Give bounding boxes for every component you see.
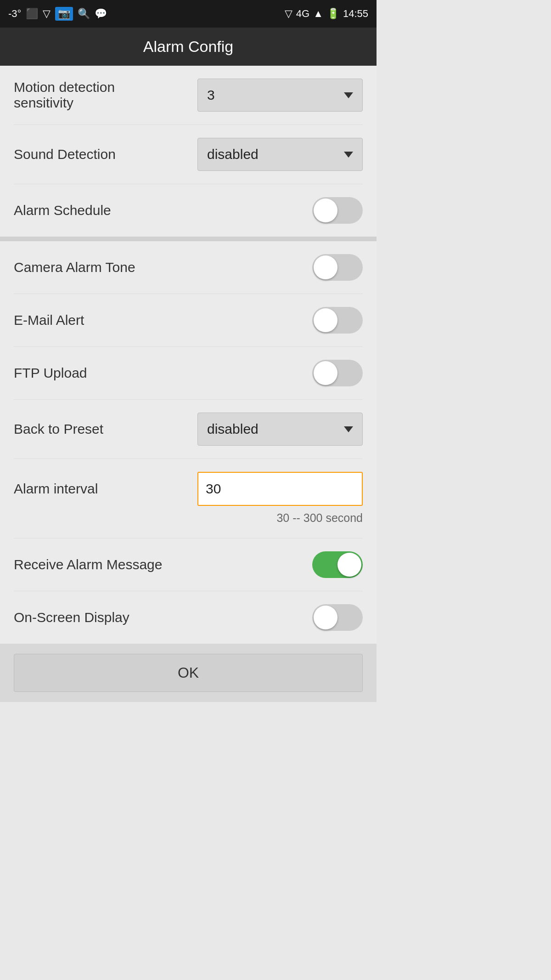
on-screen-display-knob — [314, 606, 337, 629]
camera-alarm-tone-row: Camera Alarm Tone — [14, 241, 363, 294]
alarm-interval-row: Alarm interval 30 -- 300 second — [14, 459, 363, 538]
email-alert-toggle[interactable] — [312, 307, 363, 334]
page-header: Alarm Config — [0, 28, 377, 66]
email-alert-label: E-Mail Alert — [14, 312, 84, 328]
alarm-interval-hint: 30 -- 300 second — [276, 511, 363, 529]
alarm-interval-label: Alarm interval — [14, 481, 98, 497]
ok-button[interactable]: OK — [14, 654, 363, 692]
page-title: Alarm Config — [143, 38, 234, 55]
sound-detection-row: Sound Detection disabled — [14, 125, 363, 184]
on-screen-display-row: On-Screen Display — [14, 591, 363, 644]
motion-detection-row: Motion detection sensitivity 3 — [14, 66, 363, 125]
on-screen-display-label: On-Screen Display — [14, 610, 129, 625]
time-display: 14:55 — [343, 8, 368, 20]
message-icon: 💬 — [95, 8, 107, 20]
alarm-schedule-knob — [314, 198, 337, 222]
wifi-icon: ▽ — [43, 8, 51, 20]
status-bar: -3° ⬛ ▽ 📷 🔍 💬 ▽ 4G ▲ 🔋 14:55 — [0, 0, 377, 28]
motion-detection-dropdown-arrow — [344, 92, 353, 98]
temperature: -3° — [8, 8, 21, 20]
battery-icon: 🔋 — [327, 8, 339, 20]
ftp-upload-toggle[interactable] — [312, 360, 363, 386]
motion-detection-dropdown[interactable]: 3 — [197, 79, 363, 112]
back-to-preset-row: Back to Preset disabled — [14, 400, 363, 459]
camera-alarm-tone-toggle[interactable] — [312, 254, 363, 281]
ftp-upload-label: FTP Upload — [14, 365, 87, 381]
camera-alarm-tone-label: Camera Alarm Tone — [14, 260, 135, 275]
camera-alarm-tone-knob — [314, 255, 337, 279]
ftp-upload-row: FTP Upload — [14, 347, 363, 400]
back-to-preset-label: Back to Preset — [14, 421, 103, 437]
section-2: Camera Alarm Tone E-Mail Alert FTP Uploa… — [0, 241, 377, 644]
section-divider-1 — [0, 237, 377, 241]
ok-button-bar: OK — [0, 644, 377, 702]
network-type: 4G — [296, 8, 309, 20]
sound-detection-label: Sound Detection — [14, 147, 116, 162]
receive-alarm-message-label: Receive Alarm Message — [14, 557, 162, 572]
alarm-schedule-label: Alarm Schedule — [14, 203, 111, 218]
back-to-preset-dropdown-arrow — [344, 426, 353, 432]
signal-wifi-icon: ▽ — [285, 8, 292, 20]
motion-detection-value: 3 — [207, 87, 215, 103]
status-bar-right: ▽ 4G ▲ 🔋 14:55 — [285, 8, 368, 20]
back-to-preset-value: disabled — [207, 421, 259, 437]
status-bar-left: -3° ⬛ ▽ 📷 🔍 💬 — [8, 7, 107, 21]
camera-icon: 📷 — [55, 7, 73, 21]
email-alert-knob — [314, 308, 337, 332]
receive-alarm-message-knob — [337, 553, 361, 577]
ftp-upload-knob — [314, 361, 337, 385]
alarm-schedule-row: Alarm Schedule — [14, 184, 363, 237]
search-icon: 🔍 — [78, 8, 90, 20]
motion-detection-label: Motion detection sensitivity — [14, 79, 170, 111]
sound-detection-dropdown[interactable]: disabled — [197, 138, 363, 171]
section-1: Motion detection sensitivity 3 Sound Det… — [0, 66, 377, 237]
back-to-preset-dropdown[interactable]: disabled — [197, 413, 363, 446]
sound-detection-value: disabled — [207, 147, 259, 162]
receive-alarm-message-toggle[interactable] — [312, 551, 363, 578]
alarm-schedule-toggle[interactable] — [312, 197, 363, 224]
email-alert-row: E-Mail Alert — [14, 294, 363, 347]
sound-detection-dropdown-arrow — [344, 152, 353, 158]
receive-alarm-message-row: Receive Alarm Message — [14, 538, 363, 591]
alarm-interval-input[interactable] — [197, 472, 363, 506]
on-screen-display-toggle[interactable] — [312, 604, 363, 631]
signal-bars-icon: ▲ — [313, 8, 323, 20]
screenshot-icon: ⬛ — [26, 8, 38, 20]
